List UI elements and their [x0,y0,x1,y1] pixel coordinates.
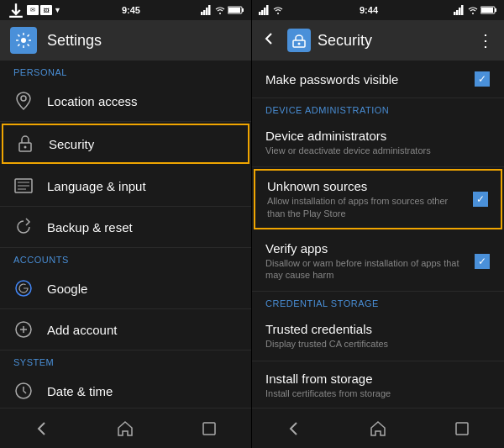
trusted-creds-title: Trusted credentials [265,322,491,336]
left-recent-button[interactable] [192,412,226,445]
left-recent-icon [200,419,218,438]
left-back-button[interactable] [25,412,59,445]
unknown-sources-title: Unknown sources [267,179,462,193]
left-app-title: Settings [47,32,102,50]
google-item-text: Google [47,282,238,296]
left-app-bar: Settings [0,20,251,61]
unknown-sources-checkbox[interactable]: ✓ [472,191,489,208]
notification-icon: ▼ [54,6,61,14]
right-signal-icons-right [454,5,497,15]
left-home-icon [116,419,134,438]
security-item-verify-apps[interactable]: Verify apps Disallow or warn before inst… [252,231,504,293]
security-app-icon [287,29,311,52]
left-status-icons: ✉ 🖼 ▼ [7,1,61,19]
right-back-button[interactable] [277,412,311,445]
passwords-text: Make passwords visible [265,72,464,87]
verify-apps-checkbox[interactable]: ✓ [474,253,491,270]
trusted-creds-text: Trusted credentials Display trusted CA c… [265,322,491,350]
svg-rect-0 [201,12,203,15]
right-wifi2-icon [467,5,479,15]
right-time: 9:44 [360,5,378,15]
svg-rect-25 [459,8,461,15]
settings-item-security[interactable]: Security [2,124,249,164]
settings-item-date[interactable]: Date & time [0,371,251,408]
svg-rect-28 [495,8,496,12]
settings-item-google[interactable]: Google [0,268,251,309]
svg-rect-26 [461,5,464,15]
right-recent-button[interactable] [445,412,479,445]
settings-item-language[interactable]: Language & input [0,166,251,207]
lock-icon [15,134,35,154]
security-item-install-storage[interactable]: Install from storage Install certificate… [252,361,504,408]
clock-icon [13,381,34,401]
verify-apps-subtitle: Disallow or warn before installation of … [265,257,464,282]
unknown-sources-check-mark: ✓ [473,192,488,207]
security-item-text: Security [49,137,236,151]
right-home-icon [369,419,387,438]
language-icon [13,176,34,196]
unknown-sources-text: Unknown sources Allow installation of ap… [267,179,462,219]
device-admin-text: Device administrators View or deactivate… [265,129,491,156]
verify-apps-check-mark: ✓ [475,254,490,269]
svg-rect-32 [456,423,468,435]
device-admin-title: Device administrators [265,129,491,143]
right-recent-icon [453,419,471,438]
security-item-unknown-sources[interactable]: Unknown sources Allow installation of ap… [254,169,502,229]
section-accounts: ACCOUNTS [0,248,251,268]
svg-point-7 [21,38,26,43]
security-back-button[interactable] [259,28,281,54]
verify-apps-title: Verify apps [265,241,464,256]
install-storage-subtitle: Install certificates from storage [265,387,491,399]
right-nav-bar [252,408,504,448]
passwords-check-mark: ✓ [475,71,490,87]
left-back-icon [33,419,51,438]
security-app-bar: Security ⋮ [252,20,504,61]
svg-rect-5 [242,8,244,12]
svg-rect-24 [456,10,459,15]
section-device-admin: DEVICE ADMINISTRATION [252,98,504,119]
settings-gear-icon [15,32,32,49]
security-item-device-admin[interactable]: Device administrators View or deactivate… [252,119,504,167]
security-item-passwords[interactable]: Make passwords visible ✓ [252,61,504,98]
sms-icon: ✉ [27,5,39,15]
overflow-menu-button[interactable]: ⋮ [474,27,497,54]
settings-item-backup[interactable]: Backup & reset [0,207,251,248]
left-home-button[interactable] [108,412,142,445]
settings-app-icon [10,27,37,54]
svg-point-8 [21,96,26,101]
svg-point-31 [298,43,301,45]
add-icon [13,319,34,340]
right-home-button[interactable] [361,412,395,445]
image-icon: 🖼 [40,5,52,15]
right-status-bar: 9:44 [252,0,504,20]
signal-bars-icon [201,5,213,15]
left-phone-panel: ✉ 🖼 ▼ 9:45 [0,0,252,448]
security-item-trusted-creds[interactable]: Trusted credentials Display trusted CA c… [252,312,504,361]
passwords-checkbox[interactable]: ✓ [474,71,491,87]
right-wifi-icon [272,5,284,15]
trusted-creds-subtitle: Display trusted CA certificates [265,338,491,350]
section-system: SYSTEM [0,350,251,371]
google-icon [13,278,34,298]
right-battery-icon [480,5,497,15]
svg-point-10 [24,146,27,149]
left-signal-icons [201,5,244,15]
add-account-title: Add account [47,323,238,337]
left-nav-bar [0,408,251,448]
install-storage-text: Install from storage Install certificate… [265,372,491,399]
security-back-icon [262,31,277,46]
location-icon [13,91,34,111]
svg-rect-29 [481,8,493,13]
settings-item-add-account[interactable]: Add account [0,309,251,350]
right-signal-icon [259,5,270,15]
svg-rect-19 [259,12,261,15]
settings-list: PERSONAL Location access Se [0,61,251,408]
date-title: Date & time [47,384,238,398]
security-list: Make passwords visible ✓ DEVICE ADMINIST… [252,61,504,408]
security-screen-title: Security [318,32,467,50]
right-back-icon [285,419,303,438]
left-status-bar: ✉ 🖼 ▼ 9:45 [0,0,251,20]
verify-apps-text: Verify apps Disallow or warn before inst… [265,241,464,282]
settings-item-location[interactable]: Location access [0,81,251,122]
language-title: Language & input [47,179,238,193]
